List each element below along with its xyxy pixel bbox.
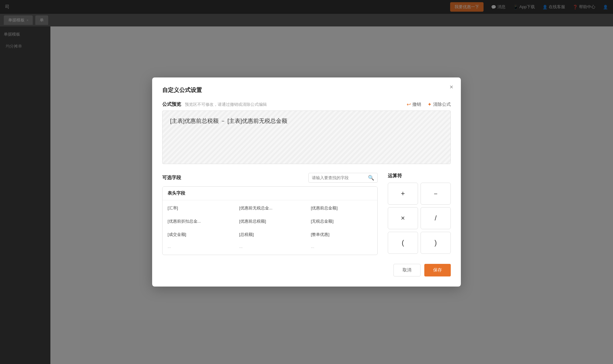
field-transaction-amount[interactable]: [成交金额] bbox=[163, 229, 234, 241]
field-prediscount-total[interactable]: [优惠前折扣总金... bbox=[163, 215, 234, 227]
search-input[interactable] bbox=[312, 175, 368, 180]
field-exchange-rate[interactable]: [汇率] bbox=[163, 202, 234, 214]
dialog-title: 自定义公式设置 bbox=[162, 86, 451, 94]
field-notax-total[interactable]: [无税总金额] bbox=[306, 215, 377, 227]
fields-table-header: 表头字段 bbox=[163, 187, 377, 200]
operator-minus[interactable]: － bbox=[421, 183, 451, 205]
save-button[interactable]: 保存 bbox=[424, 264, 451, 276]
field-pretax-total[interactable]: [优惠前总金额] bbox=[306, 202, 377, 214]
operators-title: 运算符 bbox=[388, 173, 451, 179]
formula-actions: ↩ 撤销 ✦ 清除公式 bbox=[407, 101, 451, 107]
dialog-close-button[interactable]: × bbox=[450, 84, 453, 90]
fields-table-body: [汇率] [优惠前无税总金... [优惠前总金额] [优惠前折扣总金... [优… bbox=[163, 200, 377, 255]
formula-preview-box: [主表]优惠前总税额 － [主表]优惠前无税总金额 bbox=[162, 111, 451, 164]
cancel-button[interactable]: 取消 bbox=[393, 264, 421, 276]
fields-section: 可选字段 🔍 表头字段 [汇率] [优惠前无税总金... [优惠前总金额] bbox=[162, 173, 378, 255]
field-order-discount[interactable]: [整单优惠] bbox=[306, 229, 377, 241]
search-icon: 🔍 bbox=[368, 175, 374, 181]
undo-icon: ↩ bbox=[407, 101, 411, 107]
formula-preview-header: 公式预览 预览区不可修改，请通过撤销或清除公式编辑 ↩ 撤销 ✦ 清除公式 bbox=[162, 101, 451, 107]
clear-icon: ✦ bbox=[427, 101, 432, 107]
formula-preview-title: 公式预览 bbox=[162, 101, 181, 107]
dialog-overlay: 自定义公式设置 × 公式预览 预览区不可修改，请通过撤销或清除公式编辑 ↩ 撤销… bbox=[0, 0, 613, 364]
table-row: [优惠前折扣总金... [优惠前总税额] [无税总金额] bbox=[163, 215, 377, 228]
clear-formula-button[interactable]: ✦ 清除公式 bbox=[427, 101, 451, 107]
operator-multiply[interactable]: × bbox=[388, 207, 418, 229]
bottom-section: 可选字段 🔍 表头字段 [汇率] [优惠前无税总金... [优惠前总金额] bbox=[162, 173, 451, 255]
field-pretax-tax[interactable]: [优惠前总税额] bbox=[234, 215, 306, 227]
formula-expression: [主表]优惠前总税额 － [主表]优惠前无税总金额 bbox=[170, 117, 287, 125]
table-row: ··· ··· ··· bbox=[163, 241, 377, 253]
operators-section: 运算符 + － × / ( ) bbox=[388, 173, 451, 254]
operator-right-paren[interactable]: ) bbox=[421, 232, 451, 254]
table-row: [成交金额] [总税额] [整单优惠] bbox=[163, 228, 377, 241]
field-pretax-notax[interactable]: [优惠前无税总金... bbox=[234, 202, 306, 214]
undo-button[interactable]: ↩ 撤销 bbox=[407, 101, 421, 107]
operator-plus[interactable]: + bbox=[388, 183, 418, 205]
field-total-tax[interactable]: [总税额] bbox=[234, 229, 306, 241]
operator-left-paren[interactable]: ( bbox=[388, 232, 418, 254]
search-box[interactable]: 🔍 bbox=[308, 173, 378, 183]
fields-table-container[interactable]: 表头字段 [汇率] [优惠前无税总金... [优惠前总金额] [优惠前折扣总金.… bbox=[162, 186, 378, 255]
field-partial-3: ··· bbox=[306, 242, 377, 253]
operators-grid: + － × / ( ) bbox=[388, 183, 451, 254]
fields-title: 可选字段 bbox=[162, 175, 308, 181]
dialog-custom-formula: 自定义公式设置 × 公式预览 预览区不可修改，请通过撤销或清除公式编辑 ↩ 撤销… bbox=[152, 77, 461, 287]
formula-preview-hint: 预览区不可修改，请通过撤销或清除公式编辑 bbox=[185, 102, 407, 107]
field-partial-2: ··· bbox=[234, 242, 306, 253]
dialog-footer: 取消 保存 bbox=[162, 264, 451, 276]
fields-header: 可选字段 🔍 bbox=[162, 173, 378, 183]
field-partial-1: ··· bbox=[163, 242, 234, 253]
table-row: [汇率] [优惠前无税总金... [优惠前总金额] bbox=[163, 202, 377, 215]
operator-divide[interactable]: / bbox=[421, 207, 451, 229]
